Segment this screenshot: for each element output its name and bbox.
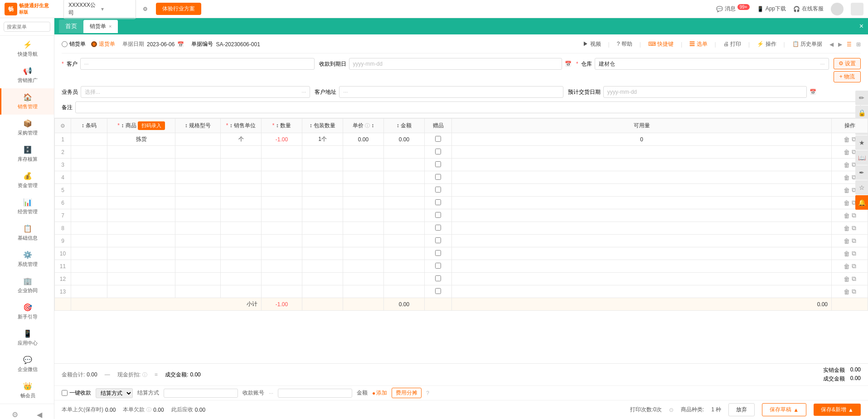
search-input[interactable] — [4, 22, 50, 32]
one-click-payment-checkbox[interactable]: 一键收款 — [62, 389, 91, 397]
row-product[interactable] — [107, 285, 175, 298]
tab-home[interactable]: 首页 — [59, 19, 83, 33]
row-gift[interactable] — [425, 171, 452, 184]
settings-gear-icon[interactable]: ⚙ — [139, 3, 151, 15]
sidebar-item-system[interactable]: ⚙️ 系统管理 — [0, 246, 54, 272]
row-gift[interactable] — [425, 184, 452, 197]
user-avatar[interactable] — [831, 3, 844, 15]
sidebar-gear-icon[interactable]: ⚙ — [8, 407, 22, 419]
row-unit[interactable] — [221, 209, 262, 222]
settings-button[interactable]: ⚙ 设置 — [834, 58, 861, 69]
float-edit-btn[interactable]: ✏ — [855, 91, 868, 105]
row-product[interactable] — [107, 184, 175, 197]
delete-icon[interactable]: 🗑 — [844, 288, 850, 295]
row-spec[interactable] — [175, 159, 221, 171]
row-unit[interactable]: 个 — [221, 133, 262, 146]
list-view-icon[interactable]: ☰ — [847, 41, 852, 48]
account-input[interactable] — [164, 389, 238, 398]
nav-prev-icon[interactable]: ◀ — [829, 41, 834, 48]
gift-checkbox[interactable] — [435, 288, 441, 294]
row-price[interactable] — [343, 285, 384, 298]
warehouse-input[interactable]: 建材仓 ··· — [595, 58, 829, 70]
row-barcode[interactable] — [71, 184, 107, 197]
receipt-calendar-icon[interactable]: 📅 — [565, 61, 572, 67]
radio-return-order[interactable]: 退货单 — [91, 40, 115, 48]
sidebar-item-inventory[interactable]: 🗄️ 库存核算 — [0, 141, 54, 167]
row-amount[interactable] — [384, 260, 425, 273]
delete-icon[interactable]: 🗑 — [844, 199, 850, 207]
row-amount[interactable] — [384, 159, 425, 171]
row-qty[interactable] — [262, 197, 302, 209]
save-draft-button[interactable]: 保存草稿 ▲ — [762, 403, 806, 416]
row-pkg-qty[interactable] — [302, 184, 343, 197]
row-barcode[interactable] — [71, 197, 107, 209]
copy-icon[interactable]: ⧉ — [852, 275, 856, 283]
row-spec[interactable] — [175, 273, 221, 285]
tab-close-icon[interactable]: × — [109, 24, 112, 29]
row-pkg-qty[interactable] — [302, 146, 343, 159]
row-unit[interactable] — [221, 260, 262, 273]
row-spec[interactable] — [175, 197, 221, 209]
th-product-sort[interactable]: ↕ — [121, 122, 124, 129]
row-spec[interactable] — [175, 184, 221, 197]
row-unit[interactable] — [221, 285, 262, 298]
row-price[interactable] — [343, 247, 384, 260]
row-spec[interactable] — [175, 235, 221, 247]
row-price[interactable] — [343, 209, 384, 222]
row-qty[interactable] — [262, 260, 302, 273]
nav-next-icon[interactable]: ▶ — [838, 41, 842, 48]
th-settings[interactable]: ⚙ — [55, 119, 71, 133]
delete-icon[interactable]: 🗑 — [844, 136, 850, 143]
user-menu-icon[interactable] — [851, 3, 863, 15]
row-qty[interactable]: -1.00 — [262, 133, 302, 146]
row-qty[interactable] — [262, 222, 302, 235]
row-pkg-qty[interactable] — [302, 209, 343, 222]
row-barcode[interactable] — [71, 235, 107, 247]
radio-return-input[interactable] — [91, 41, 97, 47]
toolbar-help[interactable]: ? 帮助 — [614, 39, 635, 49]
row-unit[interactable] — [221, 235, 262, 247]
row-product[interactable]: 拣货 — [107, 133, 175, 146]
row-amount[interactable] — [384, 171, 425, 184]
row-product[interactable] — [107, 146, 175, 159]
delete-icon[interactable]: 🗑 — [844, 237, 850, 245]
tab-bar-close-icon[interactable]: × — [859, 22, 863, 30]
row-unit[interactable] — [221, 247, 262, 260]
row-gift[interactable] — [425, 260, 452, 273]
row-spec[interactable] — [175, 285, 221, 298]
row-price[interactable]: 0.00 — [343, 133, 384, 146]
sidebar-item-purchase[interactable]: 📦 采购管理 — [0, 115, 54, 141]
row-product[interactable] — [107, 247, 175, 260]
account-dots[interactable]: ··· — [269, 390, 273, 396]
customer-input[interactable]: ··· — [80, 58, 315, 70]
row-barcode[interactable] — [71, 171, 107, 184]
row-pkg-qty[interactable] — [302, 273, 343, 285]
app-download-button[interactable]: 📱 App下载 — [757, 5, 786, 13]
row-price[interactable] — [343, 159, 384, 171]
row-pkg-qty[interactable] — [302, 222, 343, 235]
row-amount[interactable]: 0.00 — [384, 133, 425, 146]
row-qty[interactable] — [262, 247, 302, 260]
tab-sales-order[interactable]: 销货单 × — [83, 20, 118, 33]
row-spec[interactable] — [175, 146, 221, 159]
row-price[interactable] — [343, 273, 384, 285]
row-pkg-qty[interactable] — [302, 159, 343, 171]
row-price[interactable] — [343, 260, 384, 273]
th-qty-sort[interactable]: ↕ — [276, 122, 279, 129]
calc-method-select[interactable]: 结算方式 — [96, 388, 133, 398]
float-star-btn[interactable]: ★ — [855, 135, 868, 150]
row-gift[interactable] — [425, 209, 452, 222]
gift-checkbox[interactable] — [435, 174, 441, 180]
sidebar-item-guide[interactable]: 🎯 新手引导 — [0, 299, 54, 325]
float-pen-btn[interactable]: ✒ — [855, 165, 868, 180]
row-qty[interactable] — [262, 171, 302, 184]
sidebar-item-finance[interactable]: 💰 资金管理 — [0, 167, 54, 193]
row-product[interactable] — [107, 209, 175, 222]
row-pkg-qty[interactable] — [302, 235, 343, 247]
float-alert-btn[interactable]: 🔔 — [855, 195, 868, 210]
row-spec[interactable] — [175, 171, 221, 184]
row-barcode[interactable] — [71, 247, 107, 260]
row-unit[interactable] — [221, 184, 262, 197]
delete-icon[interactable]: 🗑 — [844, 161, 850, 169]
row-gift[interactable] — [425, 197, 452, 209]
